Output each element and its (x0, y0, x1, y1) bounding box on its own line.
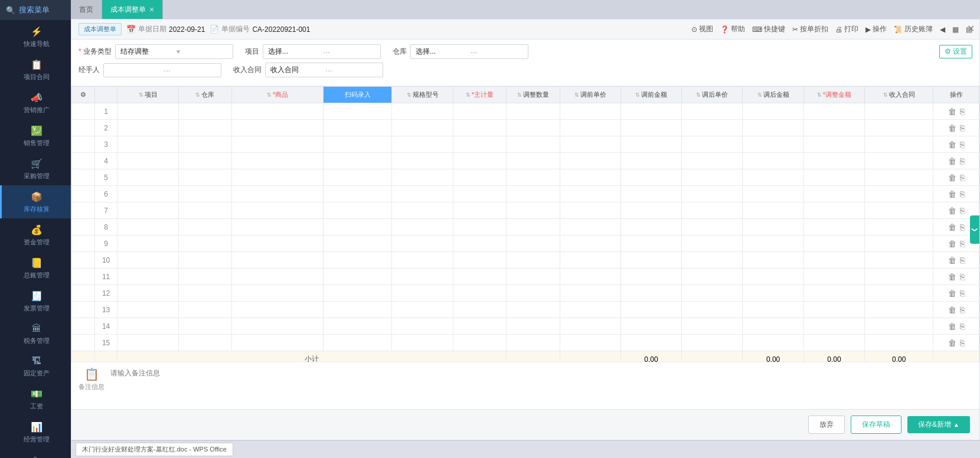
row-project-cell[interactable] (117, 318, 178, 335)
row-copy-button[interactable]: ⎘ (960, 338, 965, 348)
row-product-cell[interactable] (232, 318, 324, 335)
row-warehouse-cell[interactable] (178, 136, 231, 153)
row-delete-button[interactable]: 🗑 (948, 173, 956, 182)
row-spec-cell[interactable] (392, 219, 453, 235)
action-view[interactable]: ⊙ 视图 (691, 24, 713, 34)
row-after-amt-cell[interactable] (743, 235, 803, 252)
row-after-amt-cell[interactable] (743, 269, 803, 285)
income-contract-select[interactable]: 收入合同 ··· (265, 63, 383, 77)
row-adj-amt-cell[interactable] (803, 153, 864, 169)
row-qty-cell[interactable] (507, 202, 560, 219)
row-delete-button[interactable]: 🗑 (948, 156, 956, 166)
row-project-cell[interactable] (117, 335, 178, 351)
row-prev-amt-cell[interactable] (620, 186, 681, 202)
settings-button[interactable]: ⚙ 设置 (939, 45, 972, 58)
row-copy-button[interactable]: ⎘ (960, 223, 965, 232)
row-project-cell[interactable] (117, 235, 178, 252)
row-product-cell[interactable] (232, 252, 324, 269)
row-copy-button[interactable]: ⎘ (960, 189, 965, 199)
row-delete-button[interactable]: 🗑 (948, 206, 956, 215)
row-after-amt-cell[interactable] (743, 318, 803, 335)
row-product-cell[interactable] (232, 302, 324, 318)
row-scan-cell[interactable] (324, 202, 392, 219)
warehouse-select[interactable]: 选择... ··· (410, 44, 528, 59)
row-delete-button[interactable]: 🗑 (948, 289, 956, 298)
row-prev-amt-cell[interactable] (620, 219, 681, 235)
row-spec-cell[interactable] (392, 136, 453, 153)
row-project-cell[interactable] (117, 136, 178, 153)
row-warehouse-cell[interactable] (178, 120, 231, 136)
row-unit-cell[interactable] (453, 318, 506, 335)
row-income-cell[interactable] (865, 318, 933, 335)
row-income-cell[interactable] (865, 269, 933, 285)
row-spec-cell[interactable] (392, 285, 453, 302)
row-spec-cell[interactable] (392, 252, 453, 269)
row-warehouse-cell[interactable] (178, 153, 231, 169)
row-prev-price-cell[interactable] (560, 302, 620, 318)
row-after-amt-cell[interactable] (743, 219, 803, 235)
row-scan-cell[interactable] (324, 136, 392, 153)
row-copy-button[interactable]: ⎘ (960, 239, 965, 248)
row-product-cell[interactable] (232, 153, 324, 169)
row-product-cell[interactable] (232, 335, 324, 351)
row-prev-price-cell[interactable] (560, 136, 620, 153)
row-after-price-cell[interactable] (682, 252, 743, 269)
sidebar-item-sales-mgmt[interactable]: 💹 销售管理 (0, 119, 71, 152)
row-scan-cell[interactable] (324, 153, 392, 169)
row-unit-cell[interactable] (453, 186, 506, 202)
row-unit-cell[interactable] (453, 103, 506, 120)
row-adj-amt-cell[interactable] (803, 302, 864, 318)
row-spec-cell[interactable] (392, 302, 453, 318)
row-warehouse-cell[interactable] (178, 202, 231, 219)
row-qty-cell[interactable] (507, 252, 560, 269)
row-scan-cell[interactable] (324, 186, 392, 202)
row-warehouse-cell[interactable] (178, 219, 231, 235)
row-prev-price-cell[interactable] (560, 219, 620, 235)
row-copy-button[interactable]: ⎘ (960, 322, 965, 331)
tab-home[interactable]: 首页 (71, 0, 102, 19)
row-qty-cell[interactable] (507, 235, 560, 252)
col-header-product[interactable]: ⇅ *商品 (232, 87, 324, 103)
row-after-price-cell[interactable] (682, 186, 743, 202)
row-project-cell[interactable] (117, 103, 178, 120)
row-prev-amt-cell[interactable] (620, 302, 681, 318)
row-copy-button[interactable]: ⎘ (960, 173, 965, 182)
row-prev-amt-cell[interactable] (620, 153, 681, 169)
row-adj-amt-cell[interactable] (803, 136, 864, 153)
row-project-cell[interactable] (117, 169, 178, 186)
action-print[interactable]: 🖨 打印 (835, 24, 858, 34)
row-unit-cell[interactable] (453, 219, 506, 235)
row-after-amt-cell[interactable] (743, 136, 803, 153)
sidebar-item-sales-promo[interactable]: 📣 营销推广 (0, 86, 71, 119)
row-copy-button[interactable]: ⎘ (960, 272, 965, 282)
row-unit-cell[interactable] (453, 335, 506, 351)
row-copy-button[interactable]: ⎘ (960, 206, 965, 215)
row-copy-button[interactable]: ⎘ (960, 140, 965, 149)
row-prev-price-cell[interactable] (560, 186, 620, 202)
row-unit-cell[interactable] (453, 169, 506, 186)
row-income-cell[interactable] (865, 335, 933, 351)
row-qty-cell[interactable] (507, 318, 560, 335)
row-warehouse-cell[interactable] (178, 186, 231, 202)
row-after-price-cell[interactable] (682, 202, 743, 219)
col-header-unit[interactable]: ⇅ *主计量 (453, 87, 506, 103)
row-income-cell[interactable] (865, 302, 933, 318)
row-adj-amt-cell[interactable] (803, 169, 864, 186)
row-after-amt-cell[interactable] (743, 252, 803, 269)
row-delete-button[interactable]: 🗑 (948, 322, 956, 331)
row-warehouse-cell[interactable] (178, 335, 231, 351)
action-shortcut[interactable]: ⌨ 快捷键 (752, 24, 785, 34)
row-qty-cell[interactable] (507, 103, 560, 120)
row-income-cell[interactable] (865, 153, 933, 169)
sidebar-item-invoice-mgmt[interactable]: 🧾 发票管理 (0, 284, 71, 318)
row-scan-cell[interactable] (324, 169, 392, 186)
sidebar-item-quick-nav[interactable]: ⚡ 快速导航 (0, 20, 71, 53)
row-prev-amt-cell[interactable] (620, 120, 681, 136)
sidebar-item-fund-mgmt[interactable]: 💰 资金管理 (0, 218, 71, 251)
row-prev-price-cell[interactable] (560, 153, 620, 169)
row-scan-cell[interactable] (324, 285, 392, 302)
row-unit-cell[interactable] (453, 202, 506, 219)
row-prev-price-cell[interactable] (560, 202, 620, 219)
row-scan-cell[interactable] (324, 269, 392, 285)
row-warehouse-cell[interactable] (178, 285, 231, 302)
